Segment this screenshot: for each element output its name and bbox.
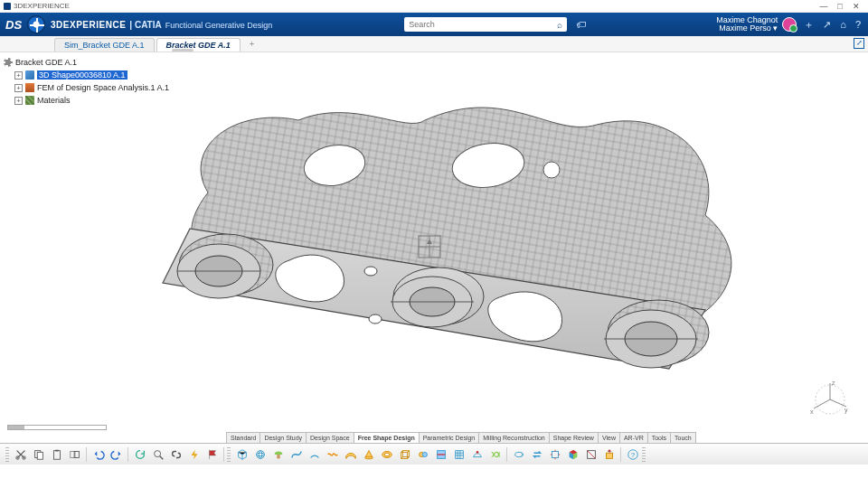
view-origin-marker	[416, 233, 443, 260]
viewport-3d[interactable]: z y x	[0, 52, 868, 465]
svg-point-3	[543, 162, 560, 178]
find-button[interactable]	[149, 446, 166, 463]
tab-sim-bracket[interactable]: Sim_Bracket GDE A.1	[54, 38, 155, 52]
refresh-button[interactable]	[131, 446, 148, 463]
wtab-shape-review[interactable]: Shape Review	[549, 432, 599, 443]
toolbar-separator	[506, 447, 507, 462]
undo-button[interactable]	[90, 446, 107, 463]
add-icon[interactable]: ＋	[802, 18, 816, 32]
toolbar-grip[interactable]	[642, 447, 646, 462]
wave-button[interactable]	[324, 446, 341, 463]
materials-icon	[25, 96, 34, 105]
window-minimize-button[interactable]: —	[816, 2, 832, 11]
mushroom-button[interactable]	[269, 446, 287, 463]
twin-shape-button[interactable]	[414, 446, 431, 463]
color-cube-button[interactable]	[564, 446, 581, 463]
svg-text:x: x	[810, 408, 814, 415]
wtab-tools[interactable]: Tools	[647, 432, 671, 443]
share-icon[interactable]: ↗	[821, 19, 833, 31]
window-maximize-button[interactable]: □	[832, 2, 848, 11]
chevron-down-icon: ▾	[773, 23, 778, 33]
surface-button[interactable]	[342, 446, 359, 463]
wtab-touch[interactable]: Touch	[670, 432, 696, 443]
scale-slider[interactable]	[7, 425, 107, 430]
tree-root[interactable]: Bracket GDE A.1	[4, 56, 184, 69]
search-input[interactable]	[404, 20, 552, 29]
svg-text:z: z	[832, 380, 835, 386]
help-icon[interactable]: ?	[854, 19, 863, 30]
wtab-standard[interactable]: Standard	[226, 432, 260, 443]
cube-scan-button[interactable]	[233, 446, 250, 463]
tab-drag-handle[interactable]	[172, 49, 193, 52]
brand-experience: EXPERIENCE	[63, 20, 126, 30]
arc-button[interactable]	[306, 446, 323, 463]
compass-icon[interactable]	[27, 15, 45, 33]
paste-button[interactable]	[48, 446, 65, 463]
tree-node-3dshape[interactable]: + 3D Shape00036810 A.1	[4, 69, 184, 81]
rotate-button[interactable]	[510, 446, 527, 463]
wtab-milling[interactable]: Milling Reconstruction	[478, 432, 549, 443]
box-wire-button[interactable]	[396, 446, 413, 463]
svg-point-14	[369, 314, 382, 324]
toolbar-separator	[620, 447, 621, 462]
home-icon[interactable]: ⌂	[838, 19, 848, 30]
box-cut-button[interactable]	[432, 446, 449, 463]
search-box[interactable]: ⌕	[404, 17, 567, 32]
sections-button[interactable]	[582, 446, 599, 463]
extrude-button[interactable]	[600, 446, 618, 463]
expand-icon[interactable]: +	[14, 84, 23, 92]
grid-button[interactable]	[450, 446, 467, 463]
wtab-arvr[interactable]: AR-VR	[619, 432, 648, 443]
box-arrows-button[interactable]	[546, 446, 563, 463]
window-close-button[interactable]: ✕	[848, 2, 864, 11]
svg-point-36	[364, 456, 373, 459]
tree-node-fem[interactable]: + FEM of Design Space Analysis.1 A.1	[4, 81, 184, 94]
swap-button[interactable]	[528, 446, 545, 463]
user-block[interactable]: Maxime Chagnot Maxime Perso ▾	[716, 16, 797, 33]
brand-app: | CATIA	[129, 20, 161, 30]
redo-button[interactable]	[108, 446, 125, 463]
avatar[interactable]	[782, 17, 797, 32]
help-button[interactable]: ?	[624, 446, 641, 463]
tree-root-label: Bracket GDE A.1	[15, 58, 77, 67]
cut-button[interactable]	[12, 446, 29, 463]
brand-mode: Functional Generative Design	[165, 21, 273, 30]
svg-text:?: ?	[630, 450, 635, 458]
brand-3d: 3D	[51, 20, 63, 30]
flag-button[interactable]	[203, 446, 221, 463]
expand-icon[interactable]: +	[14, 97, 23, 105]
search-icon[interactable]: ⌕	[552, 20, 567, 30]
deform-button[interactable]	[468, 446, 486, 463]
bracket-part-render	[127, 70, 778, 414]
wtab-free-shape[interactable]: Free Shape Design	[354, 432, 420, 443]
tree-node-label: Materials	[37, 96, 71, 105]
toolbar-grip[interactable]	[5, 447, 9, 462]
spline-button[interactable]	[288, 446, 305, 463]
spec-tree[interactable]: Bracket GDE A.1 + 3D Shape00036810 A.1 +…	[4, 56, 184, 107]
axis-triad[interactable]: z y x	[810, 380, 850, 419]
app-header: DS 3DEXPERIENCE | CATIA Functional Gener…	[0, 13, 868, 36]
toolbar-separator	[86, 447, 87, 462]
mesh-sphere-button[interactable]	[251, 446, 269, 463]
tab-bracket[interactable]: Bracket GDE A.1	[156, 38, 241, 52]
tab-add-button[interactable]: ＋	[242, 36, 261, 52]
gyroid-button[interactable]	[486, 446, 504, 463]
duplicate-button[interactable]	[66, 446, 83, 463]
toolbar-grip[interactable]	[227, 447, 231, 462]
wtab-view[interactable]: View	[598, 432, 620, 443]
tag-icon[interactable]: 🏷	[576, 19, 586, 30]
wtab-parametric[interactable]: Parametric Design	[419, 432, 480, 443]
wtab-design-space[interactable]: Design Space	[306, 432, 354, 443]
copy-button[interactable]	[30, 446, 47, 463]
tree-node-label: FEM of Design Space Analysis.1 A.1	[37, 83, 169, 92]
expand-icon[interactable]: +	[14, 71, 23, 80]
svg-point-31	[154, 450, 160, 456]
cone-button[interactable]	[360, 446, 377, 463]
link-button[interactable]	[167, 446, 184, 463]
wtab-design-study[interactable]: Design Study	[259, 432, 307, 443]
expand-viewport-button[interactable]: ⤢	[854, 38, 864, 49]
tree-node-materials[interactable]: + Materials	[4, 94, 184, 107]
shell-button[interactable]	[378, 446, 395, 463]
bolt-button[interactable]	[185, 446, 203, 463]
workbench-tab-row: Standard Design Study Design Space Free …	[226, 432, 823, 443]
